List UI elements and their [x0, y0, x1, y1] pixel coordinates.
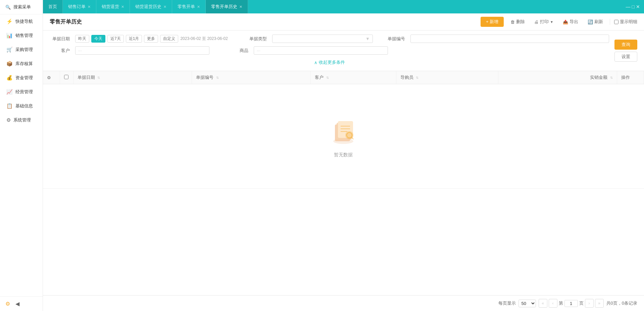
refresh-button[interactable]: 🔄 刷新: [585, 17, 606, 26]
sidebar-nav: ⚡ 快捷导航 📊 销售管理 🛒 采购管理 📦 库存核算 💰 资金管理 📈 经营管…: [0, 14, 43, 296]
table-body: 暂无数据: [43, 84, 644, 189]
per-page-label: 每页显示: [498, 300, 516, 306]
tab-retail-open-history-close[interactable]: ✕: [239, 5, 242, 9]
page-first-btn[interactable]: «: [539, 299, 547, 308]
date-custom[interactable]: 自定义: [160, 35, 178, 43]
th-guide[interactable]: 导购员 ⇅: [396, 71, 498, 84]
page-nav: « ‹ 第 页 › »: [539, 299, 604, 308]
sidebar-item-sales-mgmt[interactable]: 📊 销售管理: [0, 29, 43, 43]
page-number-input[interactable]: [564, 300, 578, 307]
filter-section: 单据日期 昨天 今天 近7天 近1月 更多 自定义 2023-06-02 至 2…: [50, 35, 637, 67]
date-yesterday[interactable]: 昨天: [75, 35, 89, 43]
page-title: 零售开单历史: [50, 18, 481, 25]
tab-retail-open-close[interactable]: ✕: [197, 5, 200, 9]
customer-label: 客户: [50, 48, 70, 54]
sidebar-item-inventory[interactable]: 📦 库存核算: [0, 57, 43, 71]
delete-icon: 🗑: [510, 19, 515, 24]
sidebar-label-quick-nav: 快捷导航: [15, 18, 33, 24]
window-maximize-icon[interactable]: □: [632, 4, 635, 9]
per-page-select[interactable]: 50 10 20 100: [518, 300, 536, 307]
sidebar-label-basic-info: 基础信息: [15, 103, 33, 109]
filter-settings-button[interactable]: 设置: [614, 52, 637, 62]
page-label-before: 第: [559, 300, 563, 306]
customer-input[interactable]: ···: [75, 46, 209, 55]
settings-icon[interactable]: ⚙: [47, 75, 51, 80]
sidebar-item-sys-mgmt[interactable]: ⚙ 系统管理: [0, 113, 43, 127]
date-range-text: 2023-06-02 至 2023-06-02: [180, 36, 228, 42]
sort-amount-icon: ⇅: [610, 76, 613, 80]
doc-no-text-input[interactable]: [413, 36, 606, 41]
window-close-icon[interactable]: ✕: [636, 4, 640, 9]
doc-type-select[interactable]: ▼: [272, 35, 373, 43]
empty-state: 暂无数据: [47, 88, 640, 185]
th-customer[interactable]: 客户 ⇅: [311, 71, 396, 84]
page-next-btn[interactable]: ›: [585, 299, 594, 308]
page-total: 共0页，0条记录: [606, 300, 637, 306]
tab-retail-open-history[interactable]: 零售开单历史 ✕: [206, 0, 248, 13]
print-dropdown-icon: ▼: [550, 20, 553, 24]
page-prev-btn[interactable]: ‹: [549, 299, 557, 308]
delete-button[interactable]: 🗑 删除: [508, 17, 528, 26]
tab-sales-return-history[interactable]: 销货退货历史 ✕: [130, 0, 172, 13]
add-button[interactable]: + 新增: [481, 17, 504, 27]
goods-input[interactable]: ···: [254, 46, 388, 55]
doc-no-label: 单据编号: [385, 36, 405, 42]
th-settings[interactable]: ⚙: [43, 71, 60, 84]
sidebar-item-basic-info[interactable]: 📋 基础信息: [0, 99, 43, 113]
collapse-label: 收起更多条件: [319, 59, 345, 65]
page-last-btn[interactable]: »: [595, 299, 604, 308]
tab-home[interactable]: 首页: [43, 0, 63, 13]
filter-left: 单据日期 昨天 今天 近7天 近1月 更多 自定义 2023-06-02 至 2…: [50, 35, 609, 67]
th-no[interactable]: 单据编号 ⇅: [192, 71, 311, 84]
sidebar-icon-operations: 📈: [6, 89, 13, 95]
empty-text: 暂无数据: [334, 152, 353, 158]
tab-sales-order-label: 销售订单: [68, 4, 86, 10]
tab-retail-open[interactable]: 零售开单 ✕: [172, 0, 206, 13]
display-detail-check[interactable]: [614, 20, 618, 24]
tab-retail-open-label: 零售开单: [178, 4, 195, 10]
sort-customer-icon: ⇅: [326, 76, 329, 80]
sidebar-icon-quick-nav: ⚡: [6, 18, 13, 24]
sidebar-search[interactable]: 🔍 搜索采单: [0, 0, 43, 14]
sidebar-item-operations[interactable]: 📈 经营管理: [0, 85, 43, 99]
print-button[interactable]: 🖨 打印 ▼: [532, 17, 556, 26]
select-all-checkbox[interactable]: [64, 75, 68, 79]
settings-footer-icon[interactable]: ⚙: [5, 301, 10, 307]
sidebar-label-operations: 经营管理: [15, 89, 33, 95]
tab-sales-return-close[interactable]: ✕: [121, 5, 124, 9]
query-button[interactable]: 查询: [614, 40, 637, 50]
tab-window-actions: — □ ✕: [622, 4, 644, 9]
sidebar-item-purchase-mgmt[interactable]: 🛒 采购管理: [0, 43, 43, 57]
tab-sales-return-history-label: 销货退货历史: [135, 4, 161, 10]
date-more[interactable]: 更多: [144, 35, 158, 43]
tab-sales-order[interactable]: 销售订单 ✕: [63, 0, 96, 13]
collapse-filter-btn[interactable]: ∧ 收起更多条件: [310, 58, 349, 67]
customer-placeholder: ···: [78, 48, 82, 53]
empty-cell: 暂无数据: [43, 84, 644, 189]
date-last7[interactable]: 近7天: [107, 35, 124, 43]
th-checkbox[interactable]: [60, 71, 73, 84]
tab-sales-order-close[interactable]: ✕: [88, 5, 91, 9]
tab-sales-return[interactable]: 销货退货 ✕: [96, 0, 130, 13]
sidebar-item-finance[interactable]: 💰 资金管理: [0, 71, 43, 85]
date-today[interactable]: 今天: [91, 35, 105, 43]
tab-bar: 首页 销售订单 ✕ 销货退货 ✕ 销货退货历史 ✕ 零售开单 ✕ 零售开单历史 …: [43, 0, 644, 13]
toolbar-divider: [610, 19, 610, 25]
th-date[interactable]: 单据日期 ⇅: [73, 71, 192, 84]
date-last-month[interactable]: 近1月: [126, 35, 142, 43]
doc-type-dropdown-icon: ▼: [365, 36, 370, 41]
window-minimize-icon[interactable]: —: [626, 4, 631, 9]
sidebar-item-quick-nav[interactable]: ⚡ 快捷导航: [0, 14, 43, 29]
filter-right: 查询 设置: [609, 35, 637, 67]
export-icon: 📤: [563, 19, 568, 24]
tab-sales-return-history-close[interactable]: ✕: [163, 5, 166, 9]
doc-no-input[interactable]: [410, 35, 609, 43]
display-detail-checkbox[interactable]: 显示明细: [614, 19, 637, 25]
collapse-sidebar-icon[interactable]: ◀: [15, 301, 19, 307]
th-amount[interactable]: 实销金额 ⇅: [498, 71, 617, 84]
tab-sales-return-label: 销货退货: [102, 4, 119, 10]
sidebar-label-sys-mgmt: 系统管理: [13, 117, 31, 123]
th-actions: 操作: [617, 71, 644, 84]
export-button[interactable]: 📤 导出: [560, 17, 581, 26]
sidebar-label-purchase-mgmt: 采购管理: [15, 47, 33, 53]
